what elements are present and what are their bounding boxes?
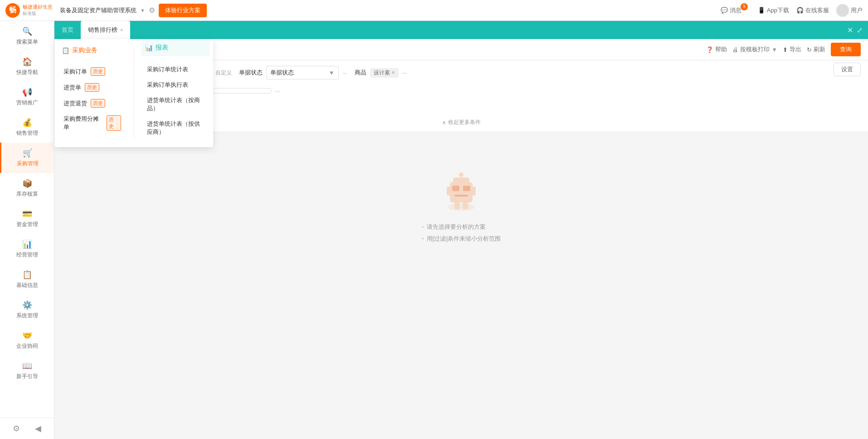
purchase-menu-title: 📋 采购业务 bbox=[62, 46, 123, 58]
menu-item-stock-in[interactable]: 进货单 历史 bbox=[62, 79, 123, 95]
refresh-btn[interactable]: ↻ 刷新 bbox=[807, 45, 825, 54]
sidebar-item-search[interactable]: 🔍 搜索菜单 bbox=[0, 21, 54, 51]
svg-rect-7 bbox=[447, 187, 450, 196]
menu-item-purchase-expense[interactable]: 采购费用分摊单 历史 bbox=[62, 111, 123, 135]
sidebar-item-newbie[interactable]: 📖 新手引导 bbox=[0, 355, 54, 386]
newbie-icon: 📖 bbox=[22, 361, 32, 371]
goods-tag-close[interactable]: × bbox=[392, 69, 395, 76]
settings-button[interactable]: 设置 bbox=[834, 63, 861, 76]
bottom-settings-icon[interactable]: ⚙ bbox=[13, 424, 20, 434]
purchase-icon: 🛒 bbox=[23, 148, 33, 158]
empty-hints: 请先选择要分析的方案 用[过滤]条件来缩小分析范围 bbox=[422, 221, 501, 245]
svg-rect-5 bbox=[453, 178, 469, 184]
menu-divider bbox=[134, 46, 134, 140]
message-icon: 💬 bbox=[721, 7, 728, 14]
collapse-icon: ∧ bbox=[442, 119, 446, 126]
history-badge-purchase-order: 历史 bbox=[91, 67, 105, 76]
inventory-icon: 📦 bbox=[22, 178, 32, 188]
tab-sales-rank[interactable]: 销售排行榜 × bbox=[81, 21, 130, 39]
sidebar-item-marketing[interactable]: 📢 营销推广 bbox=[0, 82, 54, 112]
messages-action[interactable]: 💬 消息 9 bbox=[721, 6, 751, 15]
menu-item-purchase-order-stats[interactable]: 采购订单统计表 bbox=[145, 62, 206, 77]
topbar: 畅 畅捷通好生意 标准版 装备及固定资产辅助管理系统 ▼ ⚙ 体验行业方案 💬 … bbox=[0, 0, 868, 21]
system-dropdown-arrow[interactable]: ▼ bbox=[140, 8, 145, 13]
sidebar-item-inventory[interactable]: 📦 库存核算 bbox=[0, 173, 54, 203]
print-dropdown-icon: ▼ bbox=[771, 46, 777, 53]
refresh-icon: ↻ bbox=[807, 46, 812, 53]
avatar bbox=[836, 4, 849, 17]
sidebar-item-basics[interactable]: 📋 基础信息 bbox=[0, 264, 54, 295]
export-btn[interactable]: ⬆ 导出 bbox=[783, 45, 801, 54]
close-all-tabs-icon[interactable]: ✕ bbox=[847, 26, 853, 35]
goods-more[interactable]: ··· bbox=[402, 69, 407, 76]
menu-item-purchase-order-exec[interactable]: 采购订单执行表 bbox=[145, 77, 206, 93]
enterprise-icon: 🤝 bbox=[22, 330, 32, 340]
empty-hint-1: 请先选择要分析的方案 bbox=[422, 221, 501, 233]
user-action[interactable]: 用户 bbox=[836, 4, 863, 17]
menu-item-stock-stats-by-supplier[interactable]: 进货单统计表（按供应商） bbox=[145, 116, 206, 140]
sales-icon: 💰 bbox=[22, 118, 32, 128]
app-download-action[interactable]: 📱 App下载 bbox=[758, 6, 789, 15]
sidebar-item-enterprise[interactable]: 🤝 企业协同 bbox=[0, 325, 54, 355]
headset-icon: 🎧 bbox=[796, 7, 804, 14]
sidebar: 🔍 搜索菜单 🏠 快捷导航 📢 营销推广 💰 销售管理 🛒 采购管理 📦 库存核… bbox=[0, 21, 54, 439]
order-status-select[interactable]: 单据状态 ▼ bbox=[266, 66, 339, 79]
operations-icon: 📊 bbox=[22, 239, 32, 249]
topbar-right: 💬 消息 9 📱 App下载 🎧 在线客服 用户 bbox=[721, 4, 863, 17]
menu-item-stock-stats-by-goods[interactable]: 进货单统计表（按商品） bbox=[145, 93, 206, 116]
sidebar-item-finance[interactable]: 💳 资金管理 bbox=[0, 203, 54, 234]
finance-icon: 💳 bbox=[22, 209, 32, 219]
report-menu-icon: 📊 bbox=[145, 44, 153, 51]
logo-text: 畅捷通好生意 bbox=[23, 4, 53, 10]
order-status-more[interactable]: ··· bbox=[342, 69, 347, 76]
fullscreen-icon[interactable]: ⤢ bbox=[857, 26, 863, 35]
marketing-icon: 📢 bbox=[22, 87, 32, 97]
online-service-action[interactable]: 🎧 在线客服 bbox=[796, 6, 829, 15]
print-icon: 🖨 bbox=[732, 46, 738, 53]
empty-illustration bbox=[434, 168, 488, 214]
inline-settings: 设置 bbox=[834, 63, 861, 76]
salesperson-more[interactable]: ··· bbox=[275, 88, 280, 94]
topbar-center: 装备及固定资产辅助管理系统 ▼ ⚙ 体验行业方案 bbox=[60, 4, 721, 17]
tabs-right-actions: ✕ ⤢ bbox=[847, 26, 868, 35]
topbar-settings-icon[interactable]: ⚙ bbox=[149, 6, 155, 15]
phone-icon: 📱 bbox=[758, 7, 765, 14]
sidebar-item-system[interactable]: ⚙️ 系统管理 bbox=[0, 295, 54, 325]
svg-rect-2 bbox=[452, 186, 459, 191]
history-badge-purchase-expense: 历史 bbox=[107, 115, 121, 131]
sidebar-item-home[interactable]: 🏠 快捷导航 bbox=[0, 51, 54, 82]
home-icon: 🏠 bbox=[22, 57, 32, 67]
menu-item-purchase-order[interactable]: 采购订单 历史 bbox=[62, 64, 123, 79]
search-icon: 🔍 bbox=[22, 26, 32, 36]
notification-badge: 9 bbox=[741, 3, 748, 10]
history-badge-stock-in: 历史 bbox=[85, 83, 99, 92]
purchase-dropdown-menu: 📋 采购业务 采购订单 历史 进货单 历史 进货退货 历史 采购费用分摊单 历史… bbox=[54, 39, 213, 147]
tabs-bar: 首页 销售排行榜 × ✕ ⤢ bbox=[0, 21, 868, 39]
empty-hint-2: 用[过滤]条件来缩小分析范围 bbox=[422, 233, 501, 245]
help-btn[interactable]: ❓ 帮助 bbox=[706, 45, 727, 54]
logo-sub: 标准版 bbox=[23, 10, 53, 17]
logo-icon: 畅 bbox=[5, 3, 20, 18]
basics-icon: 📋 bbox=[22, 270, 32, 280]
collapse-sidebar-icon[interactable]: ◀ bbox=[35, 424, 41, 434]
svg-rect-10 bbox=[463, 202, 468, 209]
goods-filter: 商品 设计素 × ··· bbox=[355, 68, 407, 78]
svg-rect-1 bbox=[450, 182, 473, 202]
sidebar-item-operations[interactable]: 📊 经营管理 bbox=[0, 234, 54, 264]
sidebar-item-sales[interactable]: 💰 销售管理 bbox=[0, 112, 54, 143]
svg-point-6 bbox=[459, 173, 463, 177]
query-button[interactable]: 查询 bbox=[831, 43, 861, 56]
tab-home[interactable]: 首页 bbox=[54, 21, 81, 39]
tab-close-icon[interactable]: × bbox=[120, 27, 123, 33]
sidebar-item-purchase[interactable]: 🛒 采购管理 bbox=[0, 143, 54, 173]
date-shortcut-custom[interactable]: 自定义 bbox=[215, 69, 232, 77]
print-template-btn[interactable]: 🖨 按模板打印 ▼ bbox=[732, 45, 777, 54]
menu-item-stock-return[interactable]: 进货退货 历史 bbox=[62, 95, 123, 111]
sidebar-bottom: ⚙ ◀ bbox=[0, 418, 54, 439]
goods-tag[interactable]: 设计素 × bbox=[370, 68, 399, 78]
industry-button[interactable]: 体验行业方案 bbox=[159, 4, 207, 17]
toolbar-right: ❓ 帮助 🖨 按模板打印 ▼ ⬆ 导出 ↻ 刷新 查询 bbox=[706, 43, 861, 56]
svg-rect-9 bbox=[454, 202, 460, 209]
system-name: 装备及固定资产辅助管理系统 bbox=[60, 6, 137, 15]
report-menu-title: 📊 报表 bbox=[141, 39, 210, 56]
